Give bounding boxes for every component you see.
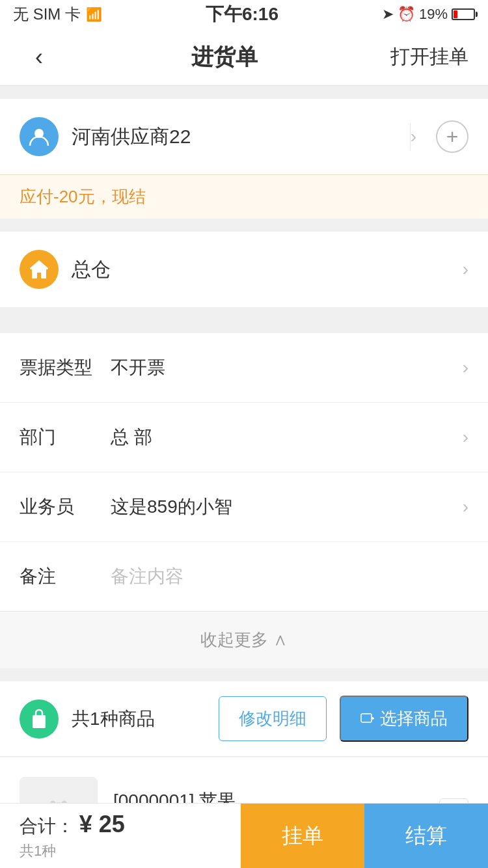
collapse-bar[interactable]: 收起更多 ∧ bbox=[0, 611, 488, 668]
supplier-name: 河南供应商22 bbox=[72, 124, 411, 150]
supplier-row[interactable]: 河南供应商22 › + bbox=[0, 99, 488, 174]
divider-2 bbox=[0, 307, 488, 320]
invoice-type-row[interactable]: 票据类型 不开票 › bbox=[0, 333, 488, 403]
remark-label: 备注 bbox=[20, 564, 98, 589]
invoice-type-label: 票据类型 bbox=[20, 355, 98, 380]
shopping-bag-icon bbox=[27, 707, 51, 731]
notice-text: 应付-20元，现结 bbox=[20, 187, 146, 206]
bottom-total: 合计： ¥ 25 共1种 bbox=[0, 804, 241, 868]
carrier-label: 无 SIM 卡 bbox=[13, 4, 81, 25]
product-count: 共1种商品 bbox=[72, 707, 206, 731]
divider-1 bbox=[0, 86, 488, 99]
product-icon bbox=[20, 699, 59, 739]
time-label: 下午6:16 bbox=[206, 2, 278, 27]
warehouse-icon bbox=[20, 250, 59, 289]
wifi-icon: 📶 bbox=[86, 7, 102, 22]
supplier-section: 河南供应商22 › + 应付-20元，现结 bbox=[0, 99, 488, 219]
bottom-bar: 合计： ¥ 25 共1种 挂单 结算 bbox=[0, 803, 488, 868]
total-label: 合计： bbox=[20, 816, 74, 836]
back-button[interactable]: ‹ bbox=[20, 38, 59, 77]
warehouse-name: 总仓 bbox=[72, 256, 463, 283]
warehouse-section: 总仓 › bbox=[0, 232, 488, 307]
remark-row[interactable]: 备注 备注内容 bbox=[0, 542, 488, 611]
salesperson-arrow: › bbox=[463, 496, 468, 517]
department-arrow: › bbox=[463, 427, 468, 448]
select-product-label: 选择商品 bbox=[380, 707, 448, 730]
department-value: 总 部 bbox=[98, 425, 456, 450]
status-left: 无 SIM 卡 📶 bbox=[13, 4, 102, 25]
checkout-button[interactable]: 结算 bbox=[364, 804, 488, 868]
total-amount-row: 合计： ¥ 25 bbox=[20, 811, 221, 839]
supplier-avatar bbox=[20, 117, 59, 156]
salesperson-label: 业务员 bbox=[20, 495, 98, 519]
select-product-button[interactable]: 选择商品 bbox=[340, 696, 468, 742]
remark-value: 备注内容 bbox=[98, 564, 468, 589]
status-right: ➤ ⏰ 19% bbox=[382, 6, 475, 23]
salesperson-row[interactable]: 业务员 这是859的小智 › bbox=[0, 472, 488, 542]
form-section: 票据类型 不开票 › 部门 总 部 › 业务员 这是859的小智 › 备注 备注… bbox=[0, 333, 488, 611]
battery-label: 19% bbox=[419, 6, 448, 23]
total-sub: 共1种 bbox=[20, 841, 221, 861]
open-pending-button[interactable]: 打开挂单 bbox=[390, 44, 468, 70]
status-bar: 无 SIM 卡 📶 下午6:16 ➤ ⏰ 19% bbox=[0, 0, 488, 29]
add-supplier-button[interactable]: + bbox=[436, 120, 468, 153]
user-icon bbox=[27, 125, 51, 148]
cart-add-icon bbox=[360, 712, 375, 726]
alarm-icon: ⏰ bbox=[398, 6, 415, 23]
product-header: 共1种商品 修改明细 选择商品 bbox=[0, 681, 488, 756]
home-icon bbox=[27, 258, 51, 281]
invoice-type-value: 不开票 bbox=[98, 355, 456, 380]
warehouse-arrow-icon: › bbox=[463, 259, 468, 280]
supplier-arrow-icon: › bbox=[411, 126, 416, 147]
invoice-type-arrow: › bbox=[463, 357, 468, 378]
warehouse-row[interactable]: 总仓 › bbox=[0, 232, 488, 307]
department-row[interactable]: 部门 总 部 › bbox=[0, 403, 488, 472]
svg-rect-1 bbox=[33, 715, 46, 728]
notice-bar: 应付-20元，现结 bbox=[0, 174, 488, 219]
battery-icon bbox=[452, 8, 475, 20]
total-amount: ¥ 25 bbox=[79, 811, 125, 837]
department-label: 部门 bbox=[20, 425, 98, 450]
pending-button[interactable]: 挂单 bbox=[241, 804, 364, 868]
salesperson-value: 这是859的小智 bbox=[98, 495, 456, 519]
edit-detail-button[interactable]: 修改明细 bbox=[219, 696, 327, 741]
nav-bar: ‹ 进货单 打开挂单 bbox=[0, 29, 488, 86]
page-title: 进货单 bbox=[191, 42, 258, 72]
location-icon: ➤ bbox=[382, 6, 394, 23]
svg-rect-2 bbox=[361, 714, 372, 722]
